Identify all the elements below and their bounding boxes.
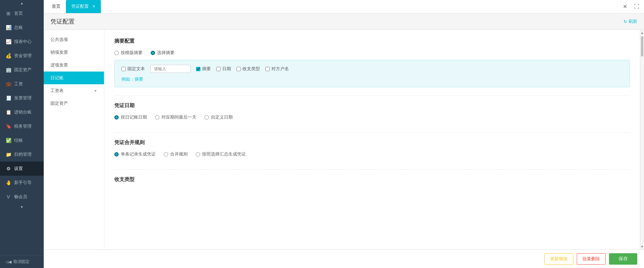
bottom-bar: 更新预览 批量删除 保存	[44, 250, 644, 268]
sidebar-item-settings[interactable]: ⚙ 设置	[0, 162, 44, 176]
scroll-down-arrow[interactable]: ▼	[640, 244, 644, 250]
left-nav-fixed-assets-nav-label: 固定资产	[50, 100, 68, 106]
sidebar-item-fixed-assets[interactable]: 🏢 固定资产	[0, 63, 44, 77]
capital-icon: 💰	[5, 53, 11, 58]
last-day-option[interactable]: 对应期间最后一天	[155, 114, 196, 120]
left-nav-sales-invoice-label: 销项发票	[50, 49, 68, 55]
date-checkbox-label[interactable]: 日期	[216, 66, 231, 72]
left-nav-purchase-invoice-label: 进项发票	[50, 62, 68, 68]
voucher-date-title: 凭证日期	[114, 102, 630, 109]
sidebar-item-tax[interactable]: 🔖 税务管理	[0, 119, 44, 133]
fixed-text-checkbox-label[interactable]: 固定文本	[121, 66, 145, 72]
by-journal-date-option[interactable]: 按日记账日期	[114, 114, 147, 120]
sidebar-item-home[interactable]: ⊞ 首页	[0, 6, 44, 20]
left-nav-fixed-assets-nav[interactable]: 固定资产	[44, 97, 104, 110]
tab-voucher-config[interactable]: 凭证配置 ✕	[66, 0, 101, 13]
main-area: 首页 凭证配置 ✕ ✕ ⛶ 凭证配置 ↻ 刷新 公共选项	[44, 0, 644, 268]
left-nav-purchase-invoice[interactable]: 进项发票	[44, 59, 104, 72]
tab-close-icon[interactable]: ✕	[92, 4, 96, 9]
update-preview-button[interactable]: 更新预览	[544, 253, 573, 265]
left-nav: 公共选项 销项发票 进项发票 日记账 工资表 ▼ 固定资产	[44, 30, 104, 250]
save-button[interactable]: 保存	[609, 253, 637, 265]
left-nav-journal[interactable]: 日记账	[44, 72, 104, 84]
right-content: 摘要配置 按模版摘要 选择摘要	[104, 30, 640, 250]
merge-rule-option[interactable]: 合并规则	[164, 151, 188, 157]
fixed-text-checkbox[interactable]	[121, 67, 126, 71]
fixed-text-label: 固定文本	[127, 66, 145, 72]
sidebar-scroll-up[interactable]: ▲	[0, 0, 44, 6]
sidebar-item-guide[interactable]: 🤚 新手引导	[0, 176, 44, 190]
left-nav-sales-invoice[interactable]: 销项发票	[44, 46, 104, 59]
sidebar-scroll-down[interactable]: ▼	[0, 204, 44, 210]
page-header: 凭证配置 ↻ 刷新	[44, 13, 644, 30]
expand-window-button[interactable]: ⛶	[632, 3, 641, 10]
sidebar-item-vip[interactable]: V 畅会员	[0, 190, 44, 204]
sidebar-item-salary[interactable]: 💼 工资	[0, 77, 44, 91]
single-record-radio[interactable]	[114, 152, 119, 157]
settings-icon: ⚙	[5, 166, 11, 171]
custom-date-radio[interactable]	[204, 115, 209, 120]
sidebar-item-archive[interactable]: 📁 归档管理	[0, 147, 44, 162]
example-text: 例如：摘要	[121, 76, 623, 82]
guide-icon: 🤚	[5, 180, 11, 185]
counterpart-checkbox[interactable]	[265, 67, 270, 71]
scroll-thumb[interactable]	[641, 36, 643, 56]
cancel-fixed-button[interactable]: ◁◀ 取消固定	[0, 255, 44, 268]
income-expense-checkbox-label[interactable]: 收支类型	[236, 66, 260, 72]
template-mode-option[interactable]: 按模版摘要	[114, 50, 143, 56]
single-record-option[interactable]: 单条记录生成凭证	[114, 151, 156, 157]
refresh-button[interactable]: ↻ 刷新	[623, 18, 637, 25]
cancel-fixed-label: 取消固定	[13, 259, 30, 265]
tab-bar-actions: ✕ ⛶	[621, 3, 641, 10]
sidebar-item-purchase-sale[interactable]: 📋 进销台账	[0, 105, 44, 119]
sidebar-item-report[interactable]: 📈 报表中心	[0, 35, 44, 49]
vip-icon: V	[5, 194, 11, 199]
counterpart-field-label: 对方户名	[271, 66, 289, 72]
tab-home[interactable]: 首页	[46, 0, 66, 13]
date-field-label: 日期	[222, 66, 231, 72]
batch-delete-button[interactable]: 批量删除	[577, 253, 606, 265]
summary-checkbox-label[interactable]: 摘要	[196, 66, 211, 72]
archive-icon: 📁	[5, 152, 11, 157]
sidebar-label-settlement: 结账	[14, 137, 23, 143]
fixed-assets-icon: 🏢	[5, 67, 11, 73]
left-nav-public-selection[interactable]: 公共选项	[44, 33, 104, 46]
voucher-date-row: 按日记账日期 对应期间最后一天 自定义日期	[114, 114, 630, 120]
select-mode-radio[interactable]	[151, 51, 155, 55]
fixed-text-input[interactable]	[150, 65, 191, 73]
example-value: 摘要	[135, 77, 143, 82]
summary-mode-row: 按模版摘要 选择摘要	[114, 50, 630, 56]
sidebar-item-invoice-mgmt[interactable]: 🧾 发票管理	[0, 91, 44, 105]
scroll-up-arrow[interactable]: ▲	[640, 30, 644, 36]
select-summary-option[interactable]: 按照选择汇总生成凭证	[196, 151, 246, 157]
by-journal-date-radio[interactable]	[114, 115, 119, 120]
custom-date-option[interactable]: 自定义日期	[204, 114, 233, 120]
invoice-mgmt-icon: 🧾	[5, 95, 11, 101]
select-mode-option[interactable]: 选择摘要	[151, 50, 175, 56]
select-summary-label: 按照选择汇总生成凭证	[202, 151, 246, 157]
sidebar-item-ledger[interactable]: 📊 总账	[0, 20, 44, 35]
select-summary-radio[interactable]	[196, 152, 200, 157]
date-checkbox[interactable]	[216, 67, 221, 71]
last-day-radio[interactable]	[155, 115, 159, 120]
sidebar: ▲ ⊞ 首页 📊 总账 📈 报表中心 💰 资金管理 🏢 固定资产 💼 工资 🧾 …	[0, 0, 44, 268]
single-record-label: 单条记录生成凭证	[121, 151, 156, 157]
income-expense-type-title: 收支类型	[114, 176, 630, 183]
merge-rules-title: 凭证合并规则	[114, 139, 630, 146]
counterpart-checkbox-label[interactable]: 对方户名	[265, 66, 289, 72]
income-expense-checkbox[interactable]	[236, 67, 241, 71]
scrollbar[interactable]: ▲ ▼	[640, 30, 644, 250]
left-nav-payroll-table[interactable]: 工资表 ▼	[44, 84, 104, 97]
template-mode-radio[interactable]	[114, 51, 119, 55]
sidebar-label-tax: 税务管理	[14, 123, 32, 129]
merge-rule-radio[interactable]	[164, 152, 168, 157]
example-prefix: 例如：	[121, 77, 135, 82]
close-window-button[interactable]: ✕	[621, 3, 629, 10]
sidebar-label-home: 首页	[14, 10, 23, 16]
sidebar-item-capital[interactable]: 💰 资金管理	[0, 49, 44, 63]
template-mode-label: 按模版摘要	[121, 50, 143, 56]
tab-home-label: 首页	[52, 3, 61, 9]
sidebar-item-settlement[interactable]: ✅ 结账	[0, 133, 44, 147]
summary-checkbox[interactable]	[196, 67, 200, 71]
purchase-sale-icon: 📋	[5, 109, 11, 115]
